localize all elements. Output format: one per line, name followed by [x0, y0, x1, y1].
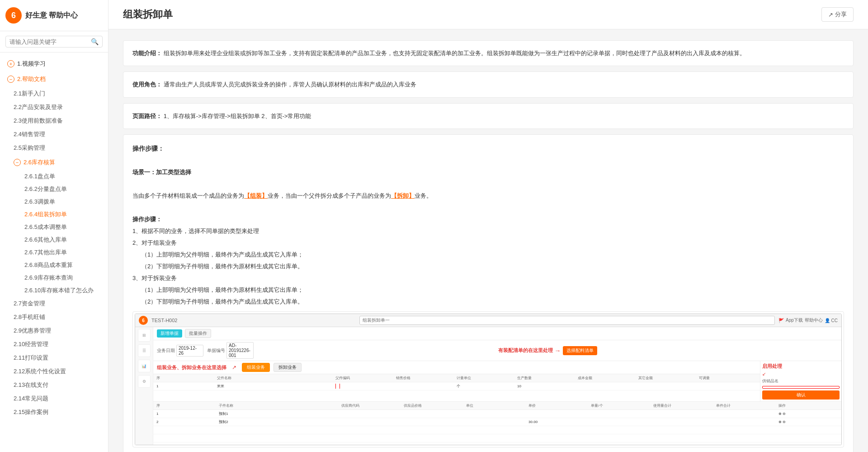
sidebar-item-newbie[interactable]: 2.1新手入门 — [14, 87, 108, 100]
main-header: 组装拆卸单 ↗ 分享 — [108, 0, 868, 29]
content-area: 功能介绍： 组装拆卸单用来处理企业组装或拆卸等加工业务，支持有固定装配清单的产品… — [108, 29, 868, 452]
mock-billno-input[interactable]: AD-20191226-001 — [226, 342, 254, 359]
ops-label: 操作步骤： — [132, 145, 164, 152]
mock-title-bar: TEST-H002 — [151, 318, 356, 323]
path-text: 1、库存核算->库存管理->组装拆卸单 2、首页->常用功能 — [164, 113, 311, 119]
mock-arrow2: ↗ — [232, 364, 236, 371]
mock-browser-bar: 6 TEST-H002 组装拆卸单一 🚩 App下载 帮助中心 👤 CC — [135, 314, 841, 327]
sidebar-item-2-6-10[interactable]: 2.6.10库存账本错了怎么办 — [21, 284, 108, 297]
main-content: 组装拆卸单 ↗ 分享 功能介绍： 组装拆卸单用来处理企业组装或拆卸等加工业务，支… — [108, 0, 868, 452]
sidebar-item-faq[interactable]: 2.14常见问题 — [14, 392, 108, 405]
mock-fields-row: 业务日期 2019-12-26 单据编号 AD-20191226-001 — [153, 340, 841, 361]
logo-area: 6 好生意 帮助中心 — [0, 0, 108, 31]
sidebar-item-print[interactable]: 2.11打印设置 — [14, 351, 108, 365]
mock-field-billno: 单据编号 AD-20191226-001 — [207, 342, 254, 359]
mock-date-input[interactable]: 2019-12-26 — [176, 345, 203, 357]
sidebar-item-sys[interactable]: 2.12系统个性化设置 — [14, 365, 108, 378]
screenshot-wrapper: 6 TEST-H002 组装拆卸单一 🚩 App下载 帮助中心 👤 CC — [132, 311, 844, 447]
sidebar-item-coupon[interactable]: 2.9优惠券管理 — [14, 324, 108, 338]
mock-upper-col-cost: 成本金额 — [576, 375, 637, 381]
sidebar-item-mobile[interactable]: 2.8手机旺铺 — [14, 310, 108, 324]
mock-upper-table-header: 序 父件名称 父件编码 销售价格 计量单位 生产数量 成本金额 其它金额 — [153, 374, 760, 382]
mock-annotation3-text: 启用处理 — [762, 363, 840, 370]
mock-type-btn-disassembly[interactable]: 拆卸业务 — [274, 363, 302, 372]
expand-icon-video: + — [7, 60, 14, 67]
scene-label: 场景一：加工类型选择 — [132, 169, 191, 176]
sidebar-item-prepare[interactable]: 2.3使用前数据准备 — [14, 114, 108, 128]
sidebar-item-2-6-9[interactable]: 2.6.9库存账本查询 — [21, 271, 108, 284]
logo-icon: 6 — [5, 7, 22, 24]
sidebar-item-install[interactable]: 2.2产品安装及登录 — [14, 100, 108, 114]
nav-list: + 1.视频学习 − 2.帮助文档 2.1新手入门 2.2产品安装及登录 2.3… — [0, 52, 108, 452]
mock-tab-batch[interactable]: 批量操作 — [185, 329, 211, 338]
mock-logo-icon: 6 — [139, 316, 148, 325]
sidebar-item-cases[interactable]: 2.15操作案例 — [14, 405, 108, 419]
sidebar-item-2-6-6[interactable]: 2.6.6其他入库单 — [21, 233, 108, 246]
sidebar-item-ops[interactable]: 2.10经营管理 — [14, 338, 108, 351]
sidebar-item-2-6-1[interactable]: 2.6.1盘点单 — [21, 170, 108, 183]
mock-type-btn-assembly[interactable]: 组装业务 — [242, 363, 270, 372]
sidebar-item-online[interactable]: 2.13在线支付 — [14, 378, 108, 392]
mock-upper-col-code: 父件编码 — [334, 375, 395, 381]
role-label: 使用角色： — [132, 81, 162, 88]
mock-lower-row4 — [153, 434, 841, 442]
mock-side-icon-settings: ⚙ — [138, 375, 151, 388]
scene-desc: 当由多个子件材料组装成一个成品的业务为【组装】业务，当由一个父件拆分成多个子产品… — [132, 190, 844, 202]
sidebar-item-purchase[interactable]: 2.5采购管理 — [14, 141, 108, 155]
mock-app-icon: App下载 — [786, 317, 803, 324]
mock-lower-row2: 2 预制2 30.00 ⊕ — [153, 418, 841, 426]
path-card: 页面路径： 1、库存核算->库存管理->组装拆卸单 2、首页->常用功能 — [123, 103, 854, 129]
mock-help-icon: 帮助中心 — [805, 317, 823, 324]
mock-right-panel: 启用处理 ↙ 供销品名 确认 — [760, 361, 841, 401]
mock-process-left: 组装业务、拆卸业务在这里选择 ↗ 组装业务 拆卸业务 — [153, 361, 760, 401]
mock-lower-table-header: 序 子件名称 供应商代码 供应品价格 单位 单价 单量/个 使用量合计 单件合计 — [153, 402, 841, 410]
step3-2: （2）下部明细为子件明细，最终作为产成品生成其它入库单。 — [132, 296, 844, 308]
share-button[interactable]: ↗ 分享 — [821, 7, 854, 22]
sidebar-item-2-6-2[interactable]: 2.6.2分量盘点单 — [21, 183, 108, 195]
mock-upper-col-adj: 可调量 — [698, 375, 758, 381]
sidebar-item-finance[interactable]: 2.7资金管理 — [14, 297, 108, 310]
mock-confirm-btn[interactable]: 确认 — [762, 390, 840, 400]
mock-red-box-code — [335, 384, 340, 389]
mock-user-icon: 👤 CC — [825, 318, 838, 323]
mock-right-input[interactable] — [762, 386, 840, 389]
search-input[interactable] — [9, 38, 91, 45]
step1: 1、根据不同的业务，选择不同单据的类型来处理 — [132, 225, 844, 237]
func-intro-text: 组装拆卸单用来处理企业组装或拆卸等加工业务，支持有固定装配清单的产品加工业务，也… — [164, 50, 745, 57]
sidebar-item-helpdoc-label: 2.帮助文档 — [17, 75, 46, 83]
mock-annotation1-text: 有装配清单的在这里处理 — [498, 347, 553, 354]
sidebar-item-inventory[interactable]: − 2.6库存核算 — [14, 155, 108, 170]
step2-2: （2）下部明细为子件明细，最终作为原材料生成其它出库单。 — [132, 261, 844, 272]
mock-lower-row5 — [153, 442, 841, 445]
step2-1: （1）上部明细为父件明细，最终作为产成品生成其它入库单； — [132, 249, 844, 261]
sidebar-item-helpdoc[interactable]: − 2.帮助文档 — [0, 71, 108, 87]
sidebar-item-2-6-4[interactable]: 2.6.4组装拆卸单 — [21, 208, 108, 221]
sidebar-item-video[interactable]: + 1.视频学习 — [0, 56, 108, 71]
mock-lower-row3 — [153, 426, 841, 434]
sidebar-item-2-6-3[interactable]: 2.6.3调拨单 — [21, 195, 108, 208]
screenshot-inner: 6 TEST-H002 组装拆卸单一 🚩 App下载 帮助中心 👤 CC — [135, 314, 842, 445]
mock-upper-col-qty: 生产数量 — [516, 375, 576, 381]
path-label: 页面路径： — [132, 113, 162, 119]
mock-upper-col-seq: 序 — [155, 375, 216, 381]
nav-sub-list-helpdoc: 2.1新手入门 2.2产品安装及登录 2.3使用前数据准备 2.4销售管理 2.… — [0, 87, 108, 419]
mock-upper-table-row1: 1 米米 个 10 — [153, 382, 760, 390]
sidebar-item-2-6-8[interactable]: 2.6.8商品成本重算 — [21, 259, 108, 271]
mock-url-bar: 组装拆卸单一 — [359, 316, 775, 325]
sidebar-item-2-6-5[interactable]: 2.6.5成本调整单 — [21, 221, 108, 233]
mock-upper-col-unit: 计量单位 — [455, 375, 516, 381]
mock-date-label: 业务日期 — [157, 347, 175, 354]
mock-select-bom-btn[interactable]: 选择配料清单 — [563, 346, 597, 355]
mock-side-icon-chart: 📊 — [138, 360, 151, 372]
page-title: 组装拆卸单 — [123, 8, 173, 21]
mock-arrow1: → — [555, 347, 561, 354]
mock-upper-col-other: 其它金额 — [637, 375, 698, 381]
sidebar-item-sales[interactable]: 2.4销售管理 — [14, 128, 108, 141]
mock-tab-new[interactable]: 新增单据 — [157, 329, 182, 338]
sidebar-item-2-6-7[interactable]: 2.6.7其他出库单 — [21, 246, 108, 259]
search-icon[interactable]: 🔍 — [91, 38, 99, 45]
search-wrapper[interactable]: 🔍 — [5, 36, 103, 48]
mock-toolbar: 新增单据 批量操作 — [153, 327, 841, 340]
role-text: 通常由生产人员或库管人员完成拆装业务的操作，库管人员确认原材料的出库和产成品的入… — [164, 81, 416, 88]
func-intro-card: 功能介绍： 组装拆卸单用来处理企业组装或拆卸等加工业务，支持有固定装配清单的产品… — [123, 40, 854, 66]
